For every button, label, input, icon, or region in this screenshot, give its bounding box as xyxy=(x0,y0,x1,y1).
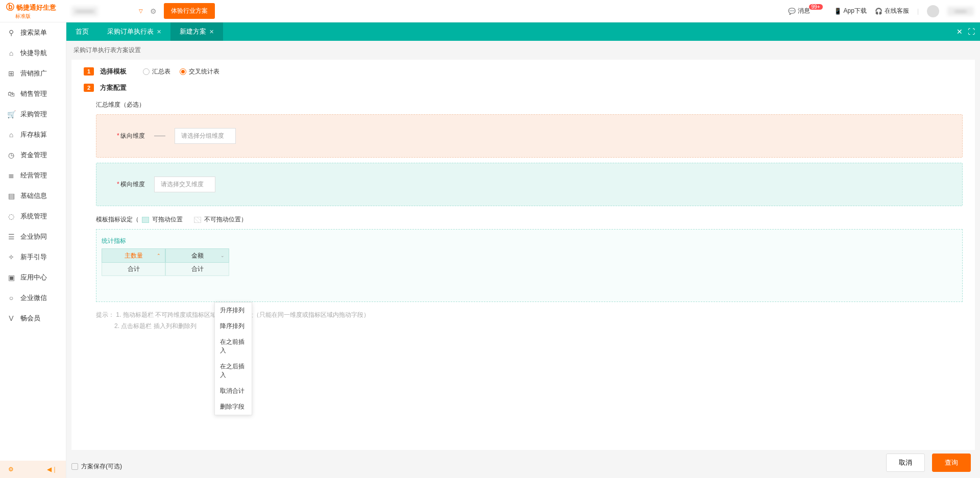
sidebar-item[interactable]: ⊞营销推广 xyxy=(0,63,66,84)
app-download-link[interactable]: 📱 App下载 xyxy=(834,7,867,15)
dropdown-item[interactable]: 删除字段 xyxy=(215,399,252,415)
sidebar-item-label: 搜索菜单 xyxy=(20,28,47,37)
message-icon: 💬 xyxy=(788,8,796,15)
radio-cross[interactable]: 交叉统计表 xyxy=(180,67,219,76)
step2-row: 2 方案配置 xyxy=(84,83,963,92)
dropdown-item[interactable]: 降序排列 xyxy=(215,318,252,334)
legend-draggable-label: 可拖动位置 xyxy=(152,215,183,224)
indicator-col2-sub[interactable]: 合计 xyxy=(165,263,229,276)
logo-icon: ⓑ xyxy=(6,2,14,13)
sidebar-icon: ◌ xyxy=(7,212,15,220)
indicator-col2-head[interactable]: 金额 ⌄ xyxy=(165,248,229,263)
sidebar-item[interactable]: ✧新手引导 xyxy=(0,247,66,267)
tab-bar: 首页采购订单执行表✕新建方案✕ ✕ ⛶ xyxy=(66,22,980,41)
sidebar-item[interactable]: 🛍销售管理 xyxy=(0,84,66,104)
vertical-dim-input[interactable]: 请选择分组维度 xyxy=(175,128,236,144)
sidebar-icon: ▤ xyxy=(7,192,15,200)
sidebar-item[interactable]: ⌂库存核算 xyxy=(0,124,66,145)
chevron-down-icon[interactable]: ▽ xyxy=(139,8,143,14)
close-all-icon[interactable]: ✕ xyxy=(957,28,963,36)
sidebar-item[interactable]: ☰企业协同 xyxy=(0,227,66,247)
content-panel: 1 选择模板 汇总表 交叉统计表 2 方案配置 汇总维度 xyxy=(71,60,975,450)
dropdown-item[interactable]: 取消合计 xyxy=(215,383,252,399)
summary-dim-title: 汇总维度（必选） xyxy=(96,100,963,109)
sidebar-item-label: 系统管理 xyxy=(20,212,47,221)
fullscreen-icon[interactable]: ⛶ xyxy=(968,28,975,36)
step2-title: 方案配置 xyxy=(100,83,127,92)
sidebar-icon: ⌂ xyxy=(7,131,15,139)
sidebar-item-label: 企业协同 xyxy=(20,232,47,241)
indicator-col1-head[interactable]: 主数量 ⌃ xyxy=(102,248,165,263)
close-icon[interactable]: ✕ xyxy=(157,29,161,35)
trial-button[interactable]: 体验行业方案 xyxy=(164,3,215,19)
chevron-up-icon: ⌃ xyxy=(157,253,161,258)
tab[interactable]: 新建方案✕ xyxy=(170,22,223,41)
dropdown-item[interactable]: 在之后插入 xyxy=(215,359,252,383)
radio-summary[interactable]: 汇总表 xyxy=(143,67,170,76)
sidebar-footer: ⚙ ◀｜ xyxy=(0,461,66,478)
indicator-legend: 模板指标设定（ 可拖动位置 不可拖动位置） xyxy=(96,215,963,224)
messages-link[interactable]: 💬 消息 99+ xyxy=(788,7,826,15)
tab-label: 新建方案 xyxy=(180,27,206,36)
sidebar-item[interactable]: ○企业微信 xyxy=(0,288,66,308)
indicator-col1-sub[interactable]: 合计 xyxy=(102,263,165,276)
sidebar-item-label: 快捷导航 xyxy=(20,48,47,58)
dropdown-item[interactable]: 在之前插入 xyxy=(215,334,252,359)
cancel-button[interactable]: 取消 xyxy=(886,454,925,472)
avatar[interactable] xyxy=(927,5,939,17)
legend-title: 模板指标设定（ xyxy=(96,215,139,224)
query-button[interactable]: 查询 xyxy=(932,454,971,472)
tab-label: 采购订单执行表 xyxy=(107,27,154,36)
sidebar-item[interactable]: ⚲搜索菜单 xyxy=(0,22,66,43)
sidebar-item-label: 基础信息 xyxy=(20,191,47,200)
tip2: 2. 点击标题栏 插入列和删除列 xyxy=(114,322,197,330)
sidebar-item-label: 采购管理 xyxy=(20,110,47,119)
tab[interactable]: 首页 xyxy=(66,22,98,41)
logo-subtitle: 标准版 xyxy=(15,13,31,20)
sidebar-icon: 🛍 xyxy=(7,90,15,98)
sidebar-icon: ≣ xyxy=(7,171,15,180)
tip-prefix: 提示： xyxy=(96,311,114,318)
vertical-dim-label: *纵向维度 xyxy=(117,132,145,140)
collapse-icon[interactable]: ◀｜ xyxy=(47,465,58,474)
logo-text: 畅捷通好生意 xyxy=(16,3,56,12)
save-label: 方案保存(可选) xyxy=(81,462,122,471)
sidebar-item-label: 营销推广 xyxy=(20,69,47,78)
sidebar-icon: ○ xyxy=(7,294,15,302)
user-name[interactable]: —— xyxy=(947,7,974,16)
sidebar-item[interactable]: ⌂快捷导航 xyxy=(0,43,66,63)
radio-summary-label: 汇总表 xyxy=(152,67,170,76)
sidebar-icon: V xyxy=(7,314,15,322)
phone-icon: 📱 xyxy=(834,8,842,15)
tab[interactable]: 采购订单执行表✕ xyxy=(98,22,170,41)
save-checkbox[interactable] xyxy=(71,463,78,470)
sidebar-item[interactable]: ▤基础信息 xyxy=(0,186,66,206)
horizontal-dimension-box: *横向维度 请选择交叉维度 xyxy=(96,163,963,206)
settings-icon[interactable]: ⚙ xyxy=(8,466,14,473)
sidebar-item[interactable]: 🛒采购管理 xyxy=(0,104,66,124)
legend-draggable-swatch xyxy=(142,217,149,223)
sidebar-icon: ▣ xyxy=(7,273,15,282)
company-selector[interactable]: ——— xyxy=(71,6,98,16)
company-name: ——— xyxy=(76,8,94,15)
indicator-panel: 统计指标 主数量 ⌃ 合计 金额 ⌄ 合计 xyxy=(96,229,963,302)
gear-icon[interactable]: ⚙ xyxy=(150,7,157,15)
chevron-down-icon: ⌄ xyxy=(220,253,225,258)
close-icon[interactable]: ✕ xyxy=(209,29,214,35)
sidebar-item[interactable]: V畅会员 xyxy=(0,308,66,329)
sidebar-item[interactable]: ◌系统管理 xyxy=(0,206,66,227)
step1-title: 选择模板 xyxy=(100,67,127,76)
sidebar-icon: ☰ xyxy=(7,233,15,241)
sidebar-item[interactable]: ▣应用中心 xyxy=(0,267,66,288)
sidebar-icon: ⌂ xyxy=(7,49,15,57)
horizontal-dim-input[interactable]: 请选择交叉维度 xyxy=(154,177,215,192)
dropdown-item[interactable]: 升序排列 xyxy=(215,303,252,318)
sidebar-item[interactable]: ◷资金管理 xyxy=(0,145,66,165)
sidebar: ⚲搜索菜单⌂快捷导航⊞营销推广🛍销售管理🛒采购管理⌂库存核算◷资金管理≣经营管理… xyxy=(0,22,66,478)
app-download-label: App下载 xyxy=(844,7,867,15)
online-service-link[interactable]: 🎧 在线客服 xyxy=(875,7,909,15)
sidebar-item-label: 销售管理 xyxy=(20,89,47,98)
sidebar-item[interactable]: ≣经营管理 xyxy=(0,165,66,186)
save-row: 方案保存(可选) xyxy=(71,462,975,471)
horizontal-dim-label: *横向维度 xyxy=(117,180,145,189)
